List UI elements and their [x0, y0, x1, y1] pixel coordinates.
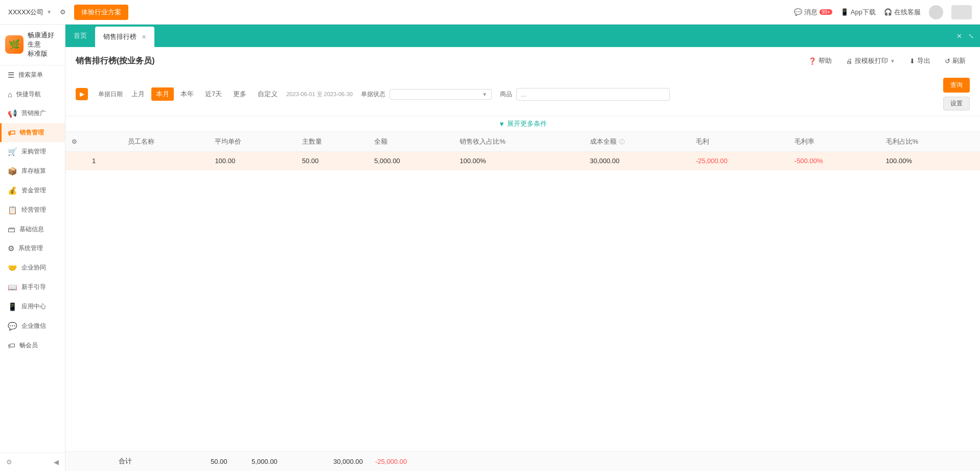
filter-date-item: 单据日期 上月 本月 本年 近7天 [98, 87, 353, 101]
date-tab-last-month[interactable]: 上月 [127, 87, 149, 101]
company-selector[interactable]: XXXXX公司 ▼ [8, 8, 52, 17]
cell-avg-price: 100.00 [209, 152, 295, 170]
marketing-icon: 📢 [8, 109, 17, 118]
filter-goods-item: 商品 ... [500, 88, 670, 101]
cell-gross-rate: -500.00% [788, 152, 880, 170]
table-body: 1 100.00 50.00 5,000.00 100.00% 30,000.0… [65, 152, 980, 170]
footer-cost: 30,000.00 [327, 458, 369, 465]
date-tab-this-year[interactable]: 本年 [176, 87, 198, 101]
sidebar-item-system-mgmt[interactable]: ⚙ 系统管理 [0, 239, 65, 258]
sidebar: 🌿 畅康通好生意 标准版 ☰ 搜索菜单 ⌂ 快捷导航 📢 营销推广 🏷 销售管理… [0, 25, 65, 471]
col-name: 员工名称 [122, 132, 209, 152]
cell-name [122, 152, 209, 170]
refresh-button[interactable]: ↺ 刷新 [941, 54, 970, 68]
query-button[interactable]: 查询 [943, 78, 970, 93]
cell-gross-pct: 100.00% [880, 152, 980, 170]
basic-info-icon: 🗃 [8, 225, 15, 234]
sidebar-item-basic-info[interactable]: 🗃 基础信息 [0, 220, 65, 239]
help-icon: ❓ [808, 57, 816, 65]
help-button[interactable]: ❓ 帮助 [804, 54, 836, 68]
app-center-icon: 📱 [8, 302, 17, 311]
sidebar-item-inventory[interactable]: 📦 库存核算 [0, 162, 65, 181]
page-actions: ❓ 帮助 🖨 按模板打印 ▼ ⬇ 导出 ↺ 刷新 [804, 54, 970, 68]
expand-row: ▼ 展开更多条件 [65, 116, 980, 132]
sidebar-item-quick-nav[interactable]: ⌂ 快捷导航 [0, 85, 65, 104]
system-mgmt-icon: ⚙ [8, 244, 14, 253]
sidebar-item-purchase-mgmt[interactable]: 🛒 采购管理 [0, 142, 65, 162]
header-right: 💬 消息 99+ 📱 App下载 🎧 在线客服 [794, 5, 972, 19]
tab-close-all-icon[interactable]: ✕ [956, 32, 962, 40]
col-avg-price: 平均单价 [209, 132, 295, 152]
table-section: ⚙ 员工名称 平均单价 主数量 全额 销售收入占比% 成本全额 ⓘ [65, 132, 980, 471]
member-icon: 🏷 [8, 341, 15, 350]
cell-main-qty: 50.00 [296, 152, 368, 170]
status-select[interactable]: ▼ [390, 89, 492, 100]
date-tab-7days[interactable]: 近7天 [200, 87, 226, 101]
tab-bar-right: ✕ ⤡ [956, 32, 980, 40]
trial-button[interactable]: 体验行业方案 [74, 5, 128, 20]
page-content: 销售排行榜(按业务员) ❓ 帮助 🖨 按模板打印 ▼ ⬇ 导出 [65, 47, 980, 471]
message-icon: 💬 [794, 8, 802, 16]
sidebar-item-sales-mgmt[interactable]: 🏷 销售管理 [0, 123, 65, 142]
sidebar-item-search-order[interactable]: ☰ 搜索菜单 [0, 65, 65, 85]
expand-more-btn[interactable]: ▼ 展开更多条件 [498, 119, 547, 128]
cell-sales-pct: 100.00% [453, 152, 584, 170]
goods-filter-label: 商品 [500, 90, 512, 99]
message-badge: 99+ [819, 9, 832, 15]
sidebar-item-fund-mgmt[interactable]: 💰 资金管理 [0, 181, 65, 200]
beginner-guide-icon: 📖 [8, 283, 17, 292]
date-tab-this-month[interactable]: 本月 [151, 87, 174, 101]
avatar[interactable] [929, 5, 943, 19]
cell-rank: 1 [86, 152, 122, 170]
print-button[interactable]: 🖨 按模板打印 ▼ [842, 54, 899, 68]
print-icon: 🖨 [846, 57, 853, 65]
tab-expand-icon[interactable]: ⤡ [968, 32, 974, 40]
status-chevron-icon: ▼ [482, 92, 487, 97]
online-service-item[interactable]: 🎧 在线客服 [884, 8, 921, 17]
col-cost: 成本全额 ⓘ [584, 132, 690, 152]
sidebar-item-ops-mgmt[interactable]: 📋 经营管理 [0, 200, 65, 220]
export-button[interactable]: ⬇ 导出 [905, 54, 935, 68]
sidebar-bottom: ⚙ ◀ [0, 453, 65, 471]
tab-close-icon[interactable]: ✕ [142, 34, 146, 40]
sidebar-collapse-icon[interactable]: ◀ [54, 458, 59, 466]
filter-row-main: ▶ 单据日期 上月 本月 本年 [76, 78, 970, 110]
sidebar-settings-icon[interactable]: ⚙ [6, 458, 12, 466]
col-settings[interactable]: ⚙ [65, 132, 86, 152]
table-header-row: ⚙ 员工名称 平均单价 主数量 全额 销售收入占比% 成本全额 ⓘ [65, 132, 980, 152]
fund-mgmt-icon: 💰 [8, 186, 17, 195]
cell-settings [65, 152, 86, 170]
footer-amount: 5,000.00 [245, 458, 286, 465]
settings-button[interactable]: 设置 [943, 97, 970, 110]
sidebar-item-member[interactable]: 🏷 畅会员 [0, 336, 65, 355]
sidebar-item-app-center[interactable]: 📱 应用中心 [0, 297, 65, 317]
footer-label: 合计 [112, 457, 164, 466]
date-tab-more[interactable]: 更多 [229, 87, 251, 101]
sidebar-item-marketing[interactable]: 📢 营销推广 [0, 104, 65, 123]
col-rank [86, 132, 122, 152]
cell-amount: 5,000.00 [368, 152, 453, 170]
user-name-placeholder [951, 5, 972, 19]
tab-sales-ranking[interactable]: 销售排行榜 ✕ [95, 27, 154, 47]
tab-home[interactable]: 首页 [65, 25, 95, 47]
message-label: 消息 [804, 8, 817, 17]
logo-icon: 🌿 [5, 35, 24, 54]
filter-status-item: 单据状态 ▼ [361, 89, 492, 100]
app-download-item[interactable]: 📱 App下载 [840, 8, 876, 17]
sidebar-item-enterprise-wechat[interactable]: 💬 企业微信 [0, 317, 65, 336]
expand-more-icon: ▼ [498, 120, 505, 128]
company-name: XXXXX公司 [8, 8, 43, 17]
sidebar-item-enterprise-collab[interactable]: 🤝 企业协同 [0, 258, 65, 278]
filter-section: ▶ 单据日期 上月 本月 本年 [65, 73, 980, 116]
date-tab-custom[interactable]: 自定义 [253, 87, 282, 101]
tab-bar: 首页 销售排行榜 ✕ ✕ ⤡ [65, 25, 980, 47]
phone-icon: 📱 [840, 8, 849, 16]
top-header: XXXXX公司 ▼ ⚙ 体验行业方案 💬 消息 99+ 📱 App下载 🎧 在线… [0, 0, 980, 25]
filter-expand-arrow[interactable]: ▶ [76, 88, 88, 100]
page-title: 销售排行榜(按业务员) [76, 56, 155, 66]
message-item[interactable]: 💬 消息 99+ [794, 8, 832, 17]
sidebar-item-beginner-guide[interactable]: 📖 新手引导 [0, 278, 65, 297]
settings-icon[interactable]: ⚙ [56, 5, 70, 19]
goods-select[interactable]: ... [516, 88, 670, 101]
cost-info-icon[interactable]: ⓘ [619, 139, 625, 145]
